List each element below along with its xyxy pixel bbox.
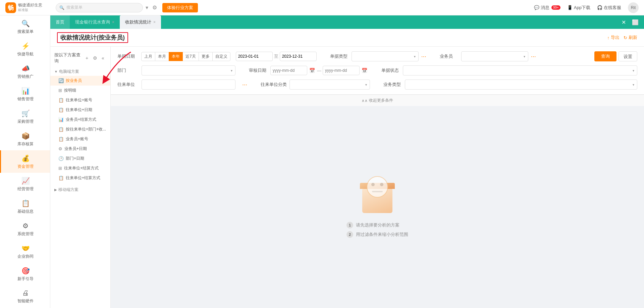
date-range-tabs: 上月 本月 本年 近7天 更多 自定义 [142, 52, 230, 61]
sidebar-item-inventory[interactable]: 📦 库存核算 [0, 128, 50, 150]
scheme-item-6[interactable]: 📋 业务员+账号 [50, 134, 110, 144]
sidebar-label-search: 搜索菜单 [17, 29, 34, 35]
scheme-add-btn[interactable]: + [84, 55, 90, 61]
sidebar-item-basic[interactable]: 📋 基础信息 [0, 195, 50, 218]
desktop-group-header[interactable]: ▼ 电脑端方案 [50, 67, 110, 76]
settings-gear-icon[interactable]: ⚙ [152, 4, 157, 11]
collapse-bar[interactable]: ∧∧ 收起更多条件 [111, 95, 644, 106]
staff-more-btn[interactable]: ··· [531, 53, 536, 60]
desktop-group-arrow: ▼ [54, 70, 58, 73]
query-btn[interactable]: 查询 [594, 51, 616, 61]
scheme-item-3[interactable]: 📋 往来单位+日期 [50, 105, 110, 115]
scheme-item-5[interactable]: 📋 按往来单位+部门+收... [50, 124, 110, 134]
header-search-box[interactable]: 🔍 搜索菜单 [56, 3, 143, 12]
biz-type-label: 业务类型 [383, 82, 402, 88]
date-tab-custom[interactable]: 自定义 [212, 52, 230, 61]
doc-type-select[interactable]: ▾ [352, 51, 419, 61]
scheme-item-0[interactable]: 🔄 按业务员 [50, 76, 110, 86]
tab-cashflow-close[interactable]: × [112, 20, 114, 24]
date-to-input[interactable] [280, 52, 317, 61]
app-download-btn[interactable]: 📱 App下载 [567, 5, 590, 11]
sidebar-item-operation[interactable]: 📈 经营管理 [0, 173, 50, 195]
export-btn[interactable]: ↑ 导出 [607, 35, 620, 41]
sidebar-label-enterprise: 企业协同 [17, 254, 34, 259]
mobile-scheme-group: ▶ 移动端方案 [50, 184, 110, 195]
review-date-cal-icon-2[interactable]: 📅 [362, 68, 367, 73]
scheme-collapse-btn[interactable]: « [100, 55, 106, 61]
scheme-item-10[interactable]: 📋 往来单位+结算方式 [50, 173, 110, 183]
sidebar-item-search[interactable]: 🔍 搜索菜单 [0, 15, 50, 38]
scheme-label-6: 业务员+账号 [66, 136, 88, 142]
sidebar-item-smart-hw[interactable]: 🖨 智能硬件 [0, 285, 50, 307]
date-tab-last-month[interactable]: 上月 [141, 52, 155, 61]
online-service-btn[interactable]: 🎧 在线客服 [597, 5, 621, 11]
form-action-btns: 查询 设置 [594, 51, 637, 61]
sidebar-item-guide[interactable]: 🎯 新手引导 [0, 263, 50, 285]
sidebar-label-finance: 资金管理 [17, 164, 34, 169]
review-date-label: 审核日期 [249, 67, 268, 73]
headset-icon: 🎧 [597, 5, 602, 10]
sidebar-item-marketing[interactable]: 📣 营销推广 [0, 60, 50, 83]
main-layout: 🔍 搜索菜单 ⚡ 快捷导航 📣 营销推广 📊 销售管理 🛒 采购管理 📦 库存核… [0, 15, 644, 308]
scheme-icon-3: 📋 [58, 107, 64, 112]
sidebar-item-system[interactable]: ⚙ 系统管理 [0, 218, 50, 240]
review-date-to-input[interactable] [323, 66, 360, 75]
search-icon: 🔍 [59, 5, 64, 10]
date-tab-this-year[interactable]: 本年 [169, 52, 183, 61]
message-btn[interactable]: 💬 消息 99+ [534, 5, 560, 11]
scheme-item-8[interactable]: 🕐 部门+日期 [50, 154, 110, 163]
empty-illustration [354, 176, 401, 216]
counterparty-select[interactable] [142, 80, 235, 90]
online-service-label: 在线客服 [604, 5, 621, 11]
date-tab-7days[interactable]: 近7天 [182, 52, 199, 61]
tab-home[interactable]: 首页 [50, 15, 70, 29]
basic-icon: 📋 [21, 199, 30, 207]
scheme-label-1: 按明细 [64, 88, 76, 93]
date-tab-this-month[interactable]: 本月 [155, 52, 169, 61]
scheme-settings-btn[interactable]: ⚙ [92, 55, 98, 61]
scheme-item-4[interactable]: 📊 业务员+结算方式 [50, 115, 110, 124]
sidebar-item-sales[interactable]: 📊 销售管理 [0, 83, 50, 105]
scheme-header-text: 按以下方案查询 [54, 52, 82, 64]
sidebar-item-finance[interactable]: 💰 资金管理 [0, 150, 50, 173]
search-dropdown-icon[interactable]: ▾ [146, 4, 148, 11]
trial-btn[interactable]: 体验行业方案 [162, 3, 198, 12]
biz-type-select[interactable]: ▾ [405, 80, 637, 90]
tab-collection-close[interactable]: × [153, 20, 156, 24]
sidebar-label-sales: 销售管理 [17, 96, 34, 102]
user-avatar[interactable]: Rit [628, 2, 639, 13]
date-from-input[interactable] [236, 52, 273, 61]
settings-btn[interactable]: 设置 [619, 51, 637, 61]
sidebar-item-quick-nav[interactable]: ⚡ 快捷导航 [0, 38, 50, 60]
sidebar-item-enterprise[interactable]: 🤝 企业协同 [0, 240, 50, 263]
scheme-item-1[interactable]: ⊞ 按明细 [50, 86, 110, 95]
refresh-btn[interactable]: ↻ 刷新 [624, 35, 637, 41]
tab-collection[interactable]: 收款情况统计 × [120, 15, 161, 29]
scheme-label-8: 部门+日期 [66, 156, 84, 161]
tab-maximize-btn[interactable]: ⬜ [631, 18, 640, 27]
counterparty-class-select[interactable]: ▾ [289, 80, 370, 90]
scheme-item-2[interactable]: 📋 往来单位+账号 [50, 95, 110, 105]
doc-type-more-btn[interactable]: ··· [421, 53, 426, 60]
sidebar-item-purchase[interactable]: 🛒 采购管理 [0, 105, 50, 128]
doc-status-select[interactable]: ▾ [403, 65, 637, 75]
tab-close-all-btn[interactable]: ✕ [620, 18, 627, 27]
scheme-icon-2: 📋 [58, 98, 64, 103]
result-area: 1 请先选择要分析的方案 2 用过滤条件来缩小分析范围 [111, 106, 644, 308]
staff-select[interactable]: ▾ [461, 51, 528, 61]
scheme-item-9[interactable]: ⊞ 往来单位+结算方式 [50, 163, 110, 173]
review-date-cal-icon-1[interactable]: 📅 [309, 68, 315, 73]
sidebar-label-system: 系统管理 [17, 231, 34, 237]
mobile-group-header[interactable]: ▶ 移动端方案 [50, 186, 110, 194]
tab-cashflow[interactable]: 现金银行流水查询 × [70, 15, 120, 29]
tab-home-label: 首页 [56, 19, 64, 25]
hint-text-1: 请先选择要分析的方案 [356, 222, 399, 228]
scheme-item-7[interactable]: ⚙ 业务员+日期 [50, 144, 110, 154]
dept-select[interactable]: ▾ [142, 65, 235, 75]
scheme-header: 按以下方案查询 + ⚙ « [50, 50, 110, 66]
review-date-from-input[interactable] [270, 66, 307, 75]
page-header: 收款情况统计(按业务员) ↑ 导出 ↻ 刷新 [50, 29, 644, 47]
counterparty-more-btn[interactable]: ··· [242, 81, 247, 88]
date-tab-more[interactable]: 更多 [199, 52, 213, 61]
mobile-group-arrow: ▶ [54, 188, 57, 192]
